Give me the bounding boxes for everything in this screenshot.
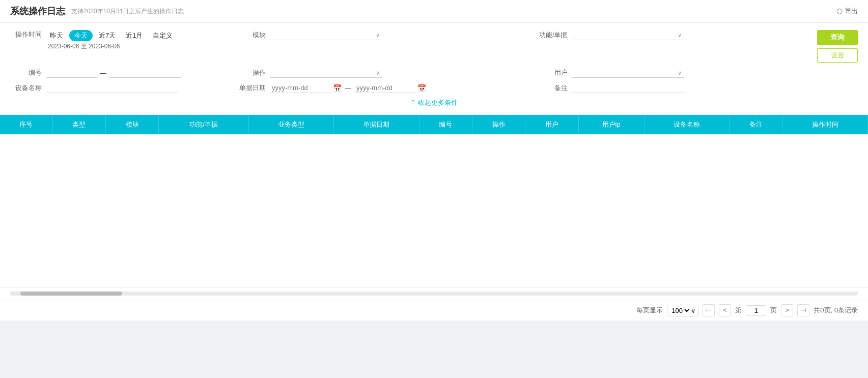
module-select-wrapper: ∨ [270,30,382,40]
table-col-操作: 操作 [472,115,525,134]
per-page-chevron-icon: ∨ [691,307,696,314]
device-label: 设备名称 [10,83,46,93]
collapse-label: 收起更多条件 [418,99,458,106]
total-info: 共0页, 0条记录 [814,306,858,315]
table-col-用户: 用户 [525,115,578,134]
number-label: 编号 [10,68,46,77]
table-container: 序号类型模块功能/单据业务类型单据日期编号操作用户用户ip设备名称备注操作时间 [0,115,868,287]
feature-input[interactable] [572,30,684,40]
last-page-button[interactable]: ⊣ [797,304,809,316]
operation-input[interactable] [270,68,382,78]
scrollbar-thumb[interactable] [20,292,122,296]
page-title: 系统操作日志 [10,5,65,17]
page-input[interactable]: 1 [746,305,766,316]
time-btn-7days[interactable]: 近7天 [95,30,120,41]
export-label: 导出 [845,7,858,16]
query-button[interactable]: 查询 [817,30,858,45]
number-to-input[interactable] [109,68,181,78]
user-input[interactable] [572,68,684,78]
doc-date-label: 单据日期 [234,83,270,93]
filter-area: 操作时间 昨天 今天 近7天 近1月 自定义 2023-06-06 至 2023… [0,23,868,115]
empty-area [0,134,868,287]
pagination: 每页显示 50 100 200 ∨ ⊢ < 第 1 页 > ⊣ 共0页, 0条记… [0,300,868,321]
time-btn-1month[interactable]: 近1月 [122,30,147,41]
table-col-业务类型: 业务类型 [248,115,333,134]
date-dash: — [345,84,351,92]
doc-date-to-group: 📅 [354,83,426,93]
horizontal-scrollbar[interactable] [10,292,858,296]
per-page-select[interactable]: 50 100 200 [669,306,691,315]
table-col-功能/单据: 功能/单据 [159,115,248,134]
data-table: 序号类型模块功能/单据业务类型单据日期编号操作用户用户ip设备名称备注操作时间 [0,115,868,134]
time-btn-today[interactable]: 今天 [69,30,93,41]
per-page-select-wrapper: 50 100 200 ∨ [667,305,698,316]
page-suffix: 页 [770,306,777,315]
module-label: 模块 [234,31,270,40]
table-col-用户ip: 用户ip [578,115,644,134]
number-from-input[interactable] [46,68,97,78]
collapse-bar[interactable]: ⌃ 收起更多条件 [10,95,858,109]
time-label: 操作时间 [10,30,46,39]
export-icon: ⬡ [836,7,843,15]
table-col-设备名称: 设备名称 [644,115,729,134]
settings-button[interactable]: 设置 [817,48,858,63]
user-select-wrapper: ∨ [572,68,684,78]
operation-label: 操作 [234,68,270,77]
table-col-类型: 类型 [52,115,105,134]
page-header: 系统操作日志 支持2020年10月31日之后产生的操作日志 ⬡ 导出 [0,0,868,23]
next-page-button[interactable]: > [781,304,793,316]
table-col-备注: 备注 [730,115,782,134]
time-btn-yesterday[interactable]: 昨天 [46,30,67,41]
table-col-模块: 模块 [106,115,159,134]
doc-date-from-input[interactable] [270,83,331,93]
doc-date-from-group: 📅 [270,83,342,93]
action-buttons: 查询 设置 [817,30,858,63]
time-btn-custom[interactable]: 自定义 [149,30,177,41]
time-selector: 昨天 今天 近7天 近1月 自定义 2023-06-06 至 2023-06-0… [46,30,177,51]
table-col-单据日期: 单据日期 [334,115,419,134]
calendar-from-icon[interactable]: 📅 [333,84,342,92]
export-button[interactable]: ⬡ 导出 [836,7,858,16]
page-subtitle: 支持2020年10月31日之后产生的操作日志 [71,7,184,16]
table-col-操作时间: 操作时间 [782,115,868,134]
feature-label: 功能/单据 [536,31,572,40]
number-dash: — [100,69,106,77]
table-col-序号: 序号 [0,115,52,134]
table-col-编号: 编号 [419,115,472,134]
calendar-to-icon[interactable]: 📅 [417,84,426,92]
page-label: 第 [735,306,742,315]
operation-select-wrapper: ∨ [270,68,382,78]
table-header-row: 序号类型模块功能/单据业务类型单据日期编号操作用户用户ip设备名称备注操作时间 [0,115,868,134]
per-page-label: 每页显示 [636,306,663,315]
module-input[interactable] [270,30,382,40]
user-label: 用户 [536,68,572,77]
device-input[interactable] [46,83,178,93]
first-page-button[interactable]: ⊢ [703,304,715,316]
prev-page-button[interactable]: < [719,304,731,316]
time-range-display: 2023-06-06 至 2023-06-06 [48,42,177,51]
collapse-icon: ⌃ [410,99,416,106]
feature-select-wrapper: ∨ [572,30,684,40]
scrollbar-area[interactable] [0,287,868,300]
doc-date-to-input[interactable] [354,83,415,93]
remark-input[interactable] [572,83,684,93]
remark-label: 备注 [536,83,572,93]
